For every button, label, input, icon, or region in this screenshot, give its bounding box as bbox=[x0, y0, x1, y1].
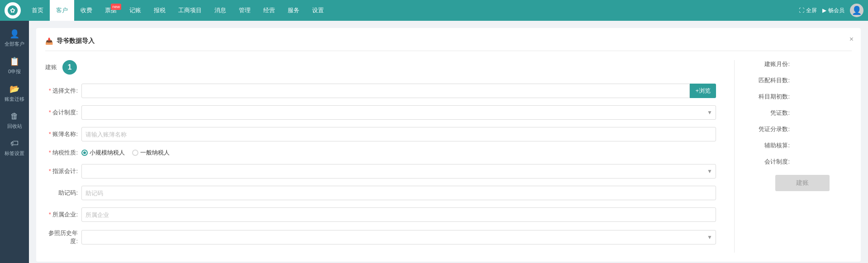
dialog-card: 📥 导爷数据导入 × 建账 1 选择文件: bbox=[36, 28, 861, 262]
sidebar-label: 标签设置 bbox=[5, 150, 24, 157]
sidebar-icon: 🗑 bbox=[10, 112, 19, 121]
tax-type-general-label: 一般纳税人 bbox=[140, 149, 170, 157]
init-balance-label: 科目期初数: bbox=[753, 93, 793, 101]
form-right: 建账月份: 匹配科目数: 科目期初数: 凭证数: bbox=[734, 60, 852, 253]
accounting-system-select[interactable] bbox=[81, 105, 716, 120]
tax-type-label: 纳税性质: bbox=[45, 149, 81, 157]
voucher-entry-count-label: 凭证分录数: bbox=[753, 125, 793, 133]
voucher-entry-count-row: 凭证分录数: bbox=[753, 125, 852, 133]
nav-item-票据[interactable]: 票据new bbox=[99, 0, 123, 21]
sidebar-icon: 📋 bbox=[9, 56, 19, 66]
sidebar-icon: 🏷 bbox=[10, 139, 19, 148]
step-circle: 1 bbox=[62, 60, 77, 75]
auxiliary-row: 辅助核算: bbox=[753, 141, 852, 150]
tax-type-radio-group: 小规模纳税人 一般纳税人 bbox=[81, 149, 716, 157]
sidebar-label: 全部客户 bbox=[5, 41, 24, 47]
ref-history-year-row: 参照历史年度: ▼ bbox=[45, 229, 716, 245]
select-file-row: 选择文件: +浏览 bbox=[45, 84, 716, 98]
right-accounting-system-row: 会计制度: bbox=[753, 158, 852, 166]
assign-accountant-select[interactable] bbox=[81, 164, 716, 178]
tax-type-small-radio[interactable]: 小规模纳税人 bbox=[81, 149, 125, 157]
nav-right: ⛶ 全屏 ▶ 畅会员 👤 bbox=[799, 4, 863, 17]
user-avatar[interactable]: 👤 bbox=[850, 4, 863, 17]
accounting-system-label: 会计制度: bbox=[45, 108, 81, 117]
nav-item-首页[interactable]: 首页 bbox=[25, 0, 50, 21]
mem-code-label: 助记码: bbox=[45, 189, 81, 197]
import-icon: 📥 bbox=[45, 38, 53, 45]
ref-history-year-label: 参照历史年度: bbox=[45, 229, 81, 245]
mem-code-input[interactable] bbox=[81, 186, 716, 200]
fullscreen-label: 全屏 bbox=[806, 7, 817, 14]
init-balance-row: 科目期初数: bbox=[753, 93, 852, 101]
nav-item-收费[interactable]: 收费 bbox=[74, 0, 99, 21]
radio-dot-general bbox=[132, 150, 138, 156]
sidebar-item-回收站[interactable]: 🗑 回收站 bbox=[2, 108, 27, 133]
nav-item-服务[interactable]: 服务 bbox=[281, 0, 306, 21]
ledger-name-input[interactable] bbox=[81, 127, 716, 141]
match-subject-label: 匹配科目数: bbox=[753, 76, 793, 85]
logo[interactable]: ✿ bbox=[5, 2, 21, 19]
nav-item-消息[interactable]: 消息 bbox=[208, 0, 232, 21]
step-header: 建账 1 bbox=[45, 60, 716, 75]
nav-item-报税[interactable]: 报税 bbox=[147, 0, 172, 21]
auxiliary-label: 辅助核算: bbox=[753, 141, 793, 150]
play-icon: ▶ bbox=[822, 7, 826, 14]
fullscreen-icon: ⛶ bbox=[799, 7, 804, 14]
assign-accountant-label: 指派会计: bbox=[45, 167, 81, 175]
file-row: +浏览 bbox=[81, 84, 716, 98]
top-navigation: ✿ 首页客户收费票据new记账报税工商项目消息管理经营服务设置 ⛶ 全屏 ▶ 畅… bbox=[0, 0, 868, 21]
sidebar-label: 0申报 bbox=[8, 68, 21, 75]
sidebar-label: 账套迁移 bbox=[5, 96, 24, 103]
tax-type-small-label: 小规模纳税人 bbox=[90, 149, 125, 157]
dialog-header: 📥 导爷数据导入 bbox=[45, 37, 852, 51]
sidebar-icon: 👤 bbox=[9, 29, 19, 39]
sidebar-item-账套迁移[interactable]: 📂 账套迁移 bbox=[2, 80, 27, 106]
nav-item-工商项目[interactable]: 工商项目 bbox=[172, 0, 208, 21]
right-accounting-system-label: 会计制度: bbox=[753, 158, 793, 166]
build-month-row: 建账月份: bbox=[753, 60, 852, 68]
sidebar-item-全部客户[interactable]: 👤 全部客户 bbox=[2, 25, 27, 51]
browse-button[interactable]: +浏览 bbox=[690, 84, 716, 98]
file-input[interactable] bbox=[81, 84, 690, 98]
sidebar-icon: 📂 bbox=[9, 84, 19, 94]
nav-item-经营[interactable]: 经营 bbox=[257, 0, 281, 21]
sidebar: 👤 全部客户 📋 0申报 📂 账套迁移 🗑 回收站 🏷 标签设置 bbox=[0, 21, 29, 263]
accounting-system-select-wrap: ▼ bbox=[81, 105, 716, 120]
nav-item-设置[interactable]: 设置 bbox=[306, 0, 330, 21]
dialog-close-button[interactable]: × bbox=[849, 35, 854, 43]
form-left: 建账 1 选择文件: +浏览 会计制度: bbox=[45, 60, 734, 253]
mem-code-row: 助记码: bbox=[45, 186, 716, 200]
tax-type-general-radio[interactable]: 一般纳税人 bbox=[132, 149, 170, 157]
form-area: 建账 1 选择文件: +浏览 会计制度: bbox=[45, 60, 852, 253]
belong-company-row: 所属企业: bbox=[45, 207, 716, 222]
content-area: 📥 导爷数据导入 × 建账 1 选择文件: bbox=[29, 21, 868, 263]
nav-item-记账[interactable]: 记账 bbox=[123, 0, 147, 21]
avatar-icon: 👤 bbox=[852, 5, 862, 15]
nav-badge-票据: new bbox=[111, 4, 121, 10]
nav-item-管理[interactable]: 管理 bbox=[232, 0, 257, 21]
fullscreen-button[interactable]: ⛶ 全屏 bbox=[799, 7, 817, 14]
belong-company-input[interactable] bbox=[81, 207, 716, 222]
build-month-label: 建账月份: bbox=[753, 60, 793, 68]
build-account-button[interactable]: 建账 bbox=[775, 175, 830, 191]
sidebar-item-标签设置[interactable]: 🏷 标签设置 bbox=[2, 135, 27, 160]
logo-icon: ✿ bbox=[10, 7, 15, 14]
nav-item-客户[interactable]: 客户 bbox=[50, 0, 74, 21]
select-file-label: 选择文件: bbox=[45, 87, 81, 95]
assign-accountant-select-wrap: ▼ bbox=[81, 164, 716, 178]
accounting-system-row: 会计制度: ▼ bbox=[45, 105, 716, 120]
ledger-name-label: 账簿名称: bbox=[45, 130, 81, 138]
logo-inner: ✿ bbox=[8, 5, 18, 15]
voucher-count-row: 凭证数: bbox=[753, 109, 852, 117]
ref-history-year-select[interactable] bbox=[81, 230, 716, 244]
sidebar-item-0申报[interactable]: 📋 0申报 bbox=[2, 53, 27, 79]
ledger-name-row: 账簿名称: bbox=[45, 127, 716, 141]
main-layout: 👤 全部客户 📋 0申报 📂 账套迁移 🗑 回收站 🏷 标签设置 📥 导爷数据导… bbox=[0, 21, 868, 263]
radio-dot-small bbox=[81, 150, 88, 156]
step-label: 建账 bbox=[45, 63, 57, 71]
voucher-count-label: 凭证数: bbox=[753, 109, 793, 117]
ref-history-year-select-wrap: ▼ bbox=[81, 230, 716, 244]
assign-accountant-row: 指派会计: ▼ bbox=[45, 164, 716, 178]
nav-items: 首页客户收费票据new记账报税工商项目消息管理经营服务设置 bbox=[25, 0, 799, 21]
member-button[interactable]: ▶ 畅会员 bbox=[822, 7, 844, 14]
